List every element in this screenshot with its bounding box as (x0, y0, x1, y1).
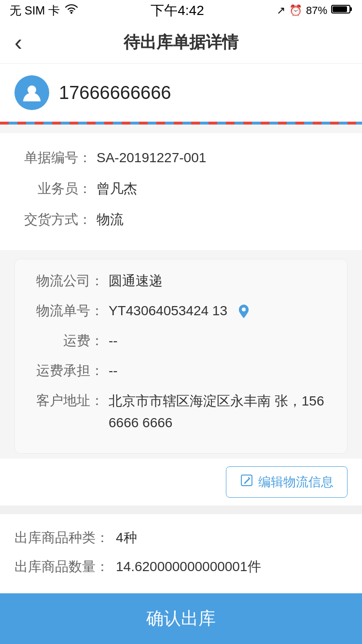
status-left: 无 SIM 卡 (10, 3, 78, 18)
location-pin-icon[interactable] (234, 301, 253, 321)
edit-icon (240, 474, 253, 490)
avatar (14, 75, 49, 110)
goods-section: 出库商品种类： 4种 出库商品数量： 14.620000000000001件 (0, 514, 362, 596)
svg-point-5 (242, 308, 246, 311)
nav-bar: ‹ 待出库单据详情 (0, 21, 362, 64)
document-number-row: 单据编号： SA-20191227-001 (14, 148, 348, 168)
status-right: ↗ ⏰ 87% (277, 4, 352, 17)
delivery-label: 交货方式： (14, 210, 92, 230)
tracking-value: YT43064053424 13 (109, 301, 335, 321)
edit-logistics-button[interactable]: 编辑物流信息 (226, 466, 348, 498)
tracking-number-row: 物流单号： YT43064053424 13 (27, 301, 335, 321)
logistics-company-row: 物流公司： 圆通速递 (27, 271, 335, 291)
goods-quantity-row: 出库商品数量： 14.620000000000001件 (14, 558, 348, 576)
goods-type-label: 出库商品种类： (14, 529, 111, 547)
confirm-btn-wrap: 确认出库 (0, 593, 362, 644)
salesman-label: 业务员： (14, 179, 92, 199)
freight-row: 运费： -- (27, 331, 335, 351)
battery-icon (331, 4, 352, 17)
logistics-card: 物流公司： 圆通速递 物流单号： YT43064053424 13 运费： -- (14, 259, 348, 454)
freight-label: 运费： (27, 331, 104, 351)
delivery-value: 物流 (97, 210, 348, 230)
back-button[interactable]: ‹ (14, 24, 27, 60)
address-label: 客户地址： (27, 391, 104, 411)
goods-type-row: 出库商品种类： 4种 (14, 529, 348, 547)
dashed-separator (0, 122, 362, 125)
wifi-icon (65, 4, 78, 17)
document-info-section: 单据编号： SA-20191227-001 业务员： 曾凡杰 交货方式： 物流 (0, 133, 362, 250)
salesman-row: 业务员： 曾凡杰 (14, 179, 348, 199)
address-value: 北京市市辖区海淀区永丰南 张，156 6666 6666 (109, 391, 335, 434)
carrier-text: 无 SIM 卡 (10, 3, 60, 18)
status-time: 下午4:42 (151, 1, 204, 20)
alarm-icon: ⏰ (289, 4, 302, 17)
salesman-value: 曾凡杰 (97, 179, 348, 199)
logistics-company-value: 圆通速递 (109, 271, 335, 291)
goods-type-value: 4种 (116, 529, 137, 547)
section-divider (0, 505, 362, 514)
edit-btn-wrap: 编辑物流信息 (0, 459, 362, 505)
document-number-label: 单据编号： (14, 148, 92, 168)
svg-rect-2 (333, 6, 347, 12)
battery-text: 87% (306, 4, 327, 17)
document-number-value: SA-20191227-001 (97, 148, 348, 168)
customer-phone: 17666666666 (59, 83, 171, 103)
edit-logistics-label: 编辑物流信息 (258, 474, 334, 490)
page-title: 待出库单据详情 (124, 31, 238, 54)
goods-quantity-value: 14.620000000000001件 (116, 558, 261, 576)
delivery-row: 交货方式： 物流 (14, 210, 348, 230)
status-bar: 无 SIM 卡 下午4:42 ↗ ⏰ 87% (0, 0, 362, 21)
goods-quantity-label: 出库商品数量： (14, 558, 111, 576)
location-icon: ↗ (277, 4, 285, 17)
freight-bearer-row: 运费承担： -- (27, 361, 335, 381)
freight-bearer-label: 运费承担： (27, 361, 104, 381)
customer-section: 17666666666 (0, 64, 362, 122)
address-row: 客户地址： 北京市市辖区海淀区永丰南 张，156 6666 6666 (27, 391, 335, 434)
confirm-outbound-button[interactable]: 确认出库 (146, 607, 216, 630)
tracking-label: 物流单号： (27, 301, 104, 321)
freight-bearer-value: -- (109, 361, 335, 381)
content-body: 17666666666 单据编号： SA-20191227-001 业务员： 曾… (0, 64, 362, 644)
freight-value: -- (109, 331, 335, 351)
svg-rect-1 (350, 7, 352, 11)
logistics-company-label: 物流公司： (27, 271, 104, 291)
